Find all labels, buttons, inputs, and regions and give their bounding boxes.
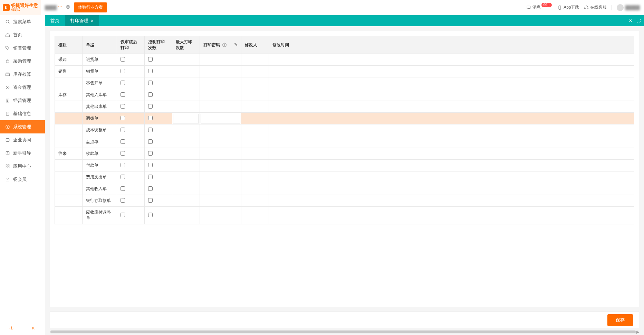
cell-doc: 调拨单 [83,113,117,124]
audit-only-checkbox[interactable] [121,57,125,62]
audit-only-checkbox[interactable] [121,186,125,191]
audit-only-checkbox[interactable] [121,175,125,179]
audit-only-checkbox[interactable] [121,128,125,132]
cell-password [200,195,241,207]
sidebar-collapse-button[interactable] [22,322,45,335]
limit-count-checkbox[interactable] [148,57,153,62]
cell-audit-only [117,54,145,66]
cell-modifier [241,77,269,89]
sidebar-item-10[interactable]: 新手引导 [0,147,45,160]
cell-module [55,124,83,136]
svg-rect-9 [6,112,9,115]
sidebar-item-label: 应用中心 [13,163,31,169]
save-button[interactable]: 保存 [607,314,633,326]
password-input[interactable] [201,114,240,123]
tag-icon [5,45,10,51]
limit-count-checkbox[interactable] [148,81,153,85]
cell-password [200,207,241,224]
tab-close-icon[interactable]: ✕ [90,19,94,23]
cell-audit-only [117,195,145,207]
home-icon [5,32,10,38]
chevron-down-icon: ﹀ [58,4,62,10]
cell-modify-time [269,183,634,195]
edit-column-icon[interactable]: ✎ [234,42,238,47]
audit-only-checkbox[interactable] [121,92,125,97]
sidebar-item-2[interactable]: 销售管理 [0,41,45,55]
limit-count-checkbox[interactable] [148,163,153,167]
messages-link[interactable]: 消息 99 + [526,4,552,10]
audit-only-checkbox[interactable] [121,139,125,144]
sidebar-item-11[interactable]: 应用中心 [0,160,45,173]
sidebar-item-label: 库存核算 [13,71,31,77]
user-menu[interactable]: █████ [617,4,640,11]
limit-count-checkbox[interactable] [148,175,153,179]
cell-modifier [241,113,269,124]
bag-icon [5,58,10,64]
col-limit-count: 控制打印次数 [145,36,172,54]
sidebar-item-12[interactable]: 畅会员 [0,173,45,186]
help-icon[interactable]: ⓘ [222,43,227,47]
cell-module [55,113,83,124]
limit-count-checkbox[interactable] [148,116,153,120]
cell-modifier [241,54,269,66]
limit-count-checkbox[interactable] [148,186,153,191]
limit-count-checkbox[interactable] [148,198,153,203]
svg-rect-15 [8,165,9,166]
cell-audit-only [117,66,145,77]
limit-count-checkbox[interactable] [148,139,153,144]
divider [612,5,612,10]
cell-doc: 收款单 [83,148,117,160]
sidebar-item-8[interactable]: 系统管理 [0,120,45,133]
audit-only-checkbox[interactable] [121,116,125,120]
svg-rect-16 [6,167,7,168]
limit-count-checkbox[interactable] [148,213,153,217]
cell-password [200,54,241,66]
tab-close-all-icon[interactable]: ✕ [629,18,632,23]
online-service-link[interactable]: 在线客服 [584,4,607,10]
cell-modify-time [269,136,634,148]
audit-only-checkbox[interactable] [121,81,125,85]
audit-only-checkbox[interactable] [121,151,125,156]
col-doc: 单据 [83,36,117,54]
cell-modify-time [269,124,634,136]
scrollbar-thumb[interactable] [50,331,636,333]
horizontal-scrollbar[interactable]: ▶ [50,330,639,334]
cell-password [200,113,241,124]
app-download-link[interactable]: App下载 [557,4,579,10]
limit-count-checkbox[interactable] [148,104,153,109]
max-count-input[interactable] [173,114,199,123]
sidebar-item-7[interactable]: 基础信息 [0,107,45,120]
audit-only-checkbox[interactable] [121,198,125,203]
table-row: 零售开单 [55,77,634,89]
headset-icon [584,5,589,10]
chat-icon [526,5,531,10]
sidebar-item-0[interactable]: 搜索菜单 [0,15,45,28]
limit-count-checkbox[interactable] [148,128,153,132]
fullscreen-icon[interactable]: ⛶ [636,18,641,23]
audit-only-checkbox[interactable] [121,104,125,109]
sidebar-settings-button[interactable] [0,322,22,335]
sidebar-item-3[interactable]: 采购管理 [0,55,45,68]
audit-only-checkbox[interactable] [121,163,125,167]
tab-0[interactable]: 首页 [45,15,65,26]
audit-only-checkbox[interactable] [121,69,125,73]
logo-subtext: 精简版 [11,8,38,12]
sidebar-item-5[interactable]: 资金管理 [0,81,45,94]
sidebar-item-6[interactable]: 经营管理 [0,94,45,107]
sidebar-item-1[interactable]: 首页 [0,28,45,41]
scroll-right-icon[interactable]: ▶ [636,330,639,334]
tab-1[interactable]: 打印管理✕ [65,15,99,26]
limit-count-checkbox[interactable] [148,69,153,73]
limit-count-checkbox[interactable] [148,151,153,156]
sidebar-item-4[interactable]: 库存核算 [0,68,45,81]
vip-icon [5,177,10,182]
cell-module [55,183,83,195]
logo-text: 畅捷通好生意 [11,3,38,8]
settings-icon[interactable] [66,4,70,10]
sidebar-item-9[interactable]: 企业协同 [0,133,45,147]
audit-only-checkbox[interactable] [121,213,125,217]
col-password: 打印密码 ⓘ ✎ [200,36,241,54]
limit-count-checkbox[interactable] [148,92,153,97]
company-selector[interactable]: ████ ﹀ [45,4,62,10]
industry-plan-button[interactable]: 体验行业方案 [74,2,107,12]
